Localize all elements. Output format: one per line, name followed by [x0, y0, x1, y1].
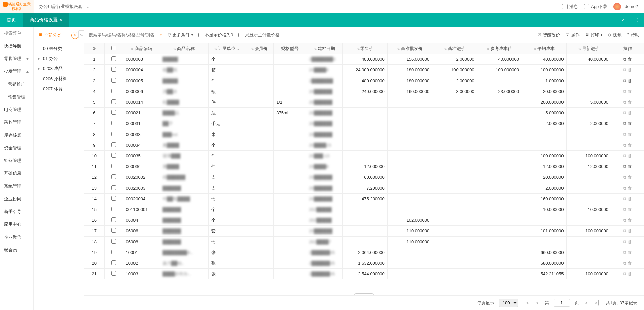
- delete-icon[interactable]: 🗑: [628, 143, 632, 148]
- video-button[interactable]: ⊙ 视频: [608, 32, 622, 38]
- copy-icon[interactable]: ⧉: [623, 175, 626, 180]
- delete-icon[interactable]: 🗑: [628, 186, 632, 191]
- copy-icon[interactable]: ⧉: [623, 239, 626, 244]
- copy-icon[interactable]: ⧉: [623, 153, 626, 158]
- row-checkbox[interactable]: [111, 271, 116, 276]
- delete-icon[interactable]: 🗑: [628, 239, 632, 244]
- collapse-panel-icon[interactable]: «: [78, 30, 84, 38]
- category-all[interactable]: ▣ 全部分类: [38, 32, 61, 38]
- row-checkbox[interactable]: [111, 196, 116, 201]
- delete-icon[interactable]: 🗑: [628, 110, 632, 115]
- delete-icon[interactable]: 🗑: [628, 250, 632, 255]
- col-date[interactable]: 建档日期: [306, 43, 343, 54]
- help-button[interactable]: ? 帮助: [627, 32, 639, 38]
- tab-home[interactable]: 首页: [0, 13, 23, 27]
- nav-item[interactable]: 企业协同: [0, 193, 33, 205]
- row-checkbox[interactable]: [111, 250, 116, 254]
- drag-handle-icon[interactable]: [354, 293, 374, 295]
- nav-item[interactable]: 资金管理: [0, 142, 33, 154]
- delete-icon[interactable]: 🗑: [628, 132, 632, 137]
- copy-icon[interactable]: ⧉: [623, 218, 626, 223]
- nav-item[interactable]: 批发管理▲: [0, 65, 33, 78]
- hide-zero-checkbox[interactable]: 不显示价格为0: [198, 32, 233, 38]
- table-row[interactable]: 50000014杜████件1/120██████200.0000005.000…: [84, 97, 644, 108]
- table-row[interactable]: 10000003█████个2███████0480.000000156.000…: [84, 54, 644, 65]
- copy-icon[interactable]: ⧉: [623, 186, 626, 191]
- table-row[interactable]: 11000036测████件20████812.00000012.0000001…: [84, 161, 644, 172]
- copy-icon[interactable]: ⧉: [623, 143, 626, 148]
- row-checkbox[interactable]: [111, 174, 116, 179]
- table-row[interactable]: 20000004收██纸箱20████824,000.000000180.000…: [84, 65, 644, 75]
- col-retail[interactable]: 零售价: [343, 43, 387, 54]
- delete-icon[interactable]: 🗑: [628, 121, 632, 126]
- category-item[interactable]: ▸0203 成品: [36, 64, 81, 74]
- row-checkbox[interactable]: [111, 207, 116, 211]
- copy-icon[interactable]: ⧉: [623, 121, 626, 126]
- row-checkbox[interactable]: [111, 132, 116, 136]
- nav-item[interactable]: 基础信息: [0, 167, 33, 180]
- delete-icon[interactable]: 🗑: [628, 78, 632, 83]
- row-checkbox[interactable]: [111, 121, 116, 125]
- copy-icon[interactable]: ⧉: [623, 196, 626, 201]
- nav-item[interactable]: 系统管理: [0, 180, 33, 193]
- nav-item[interactable]: 营销推广: [0, 78, 33, 91]
- copy-icon[interactable]: ⧉: [623, 57, 626, 62]
- first-page-icon[interactable]: ⎮<: [523, 300, 530, 305]
- col-code[interactable]: 商品编码: [123, 43, 160, 54]
- row-checkbox[interactable]: [111, 67, 116, 72]
- category-item[interactable]: 0206 原材料: [36, 74, 81, 84]
- ops-button[interactable]: ☑ 操作: [566, 32, 580, 38]
- delete-icon[interactable]: 🗑: [628, 57, 632, 62]
- nav-item[interactable]: 经营管理: [0, 154, 33, 167]
- table-row[interactable]: 2010002扬力██铂..张2██████051,632.000000580.…: [84, 258, 644, 269]
- nav-item[interactable]: 采购管理: [0, 116, 33, 129]
- nav-item[interactable]: 零售管理▼: [0, 52, 33, 65]
- delete-icon[interactable]: 🗑: [628, 207, 632, 212]
- row-checkbox[interactable]: [111, 78, 116, 83]
- nav-item[interactable]: 电商管理: [0, 103, 33, 116]
- search-icon[interactable]: ⌕: [160, 32, 162, 37]
- fullscreen-icon[interactable]: ⛶: [631, 18, 640, 23]
- copy-icon[interactable]: ⧉: [623, 110, 626, 115]
- close-icon[interactable]: ×: [60, 18, 62, 22]
- tab-price-settings[interactable]: 商品价格设置×: [23, 13, 69, 27]
- search-input[interactable]: ⌕: [89, 31, 162, 39]
- col-wholesale[interactable]: 基准批发价: [387, 43, 432, 54]
- row-checkbox[interactable]: [111, 99, 116, 104]
- row-checkbox[interactable]: [111, 110, 116, 115]
- nav-item[interactable]: 新手引导: [0, 205, 33, 218]
- category-item[interactable]: ▸01 办公: [36, 54, 81, 64]
- col-purchase[interactable]: 基准进价: [432, 43, 477, 54]
- copy-icon[interactable]: ⧉: [623, 228, 626, 234]
- row-checkbox[interactable]: [111, 239, 116, 244]
- gear-icon[interactable]: ⚙: [92, 46, 96, 51]
- next-page-icon[interactable]: >: [584, 300, 589, 305]
- copy-icon[interactable]: ⧉: [623, 67, 626, 72]
- table-row[interactable]: 1300020003██████支20██████7.2000002.00000…: [84, 183, 644, 194]
- delete-icon[interactable]: 🗑: [628, 271, 632, 276]
- main-unit-only-checkbox[interactable]: 只显示主计量价格: [238, 32, 280, 38]
- table-row[interactable]: 1806008██████盒202████7110.000000⧉🗑: [84, 237, 644, 247]
- category-item[interactable]: 00 未分类: [36, 44, 81, 54]
- table-row[interactable]: 6000021████品瓶375mL20██████5.000000⧉🗑: [84, 108, 644, 118]
- per-page-select[interactable]: 100: [499, 299, 518, 307]
- delete-icon[interactable]: 🗑: [628, 100, 632, 105]
- delete-icon[interactable]: 🗑: [628, 228, 632, 234]
- delete-icon[interactable]: 🗑: [628, 218, 632, 223]
- select-all-checkbox[interactable]: [111, 46, 116, 50]
- table-row[interactable]: 9000034奥████个20████23⧉🗑: [84, 140, 644, 151]
- delete-icon[interactable]: 🗑: [628, 89, 632, 94]
- nav-item[interactable]: 销售管理: [0, 91, 33, 103]
- delete-icon[interactable]: 🗑: [628, 153, 632, 158]
- copy-icon[interactable]: ⧉: [623, 207, 626, 212]
- copy-icon[interactable]: ⧉: [623, 132, 626, 137]
- row-checkbox[interactable]: [111, 56, 116, 61]
- table-row[interactable]: 1706006██████套20██████110.000000101.0000…: [84, 226, 644, 237]
- account-selector[interactable]: 办公用品行业模拟账套⌄: [34, 4, 95, 10]
- row-checkbox[interactable]: [111, 142, 116, 147]
- smart-edit-button[interactable]: ☑ 智能改价: [537, 32, 560, 38]
- row-checkbox[interactable]: [111, 217, 116, 222]
- nav-item[interactable]: 畅会员: [0, 244, 33, 256]
- delete-icon[interactable]: 🗑: [628, 164, 632, 169]
- row-checkbox[interactable]: [111, 153, 116, 158]
